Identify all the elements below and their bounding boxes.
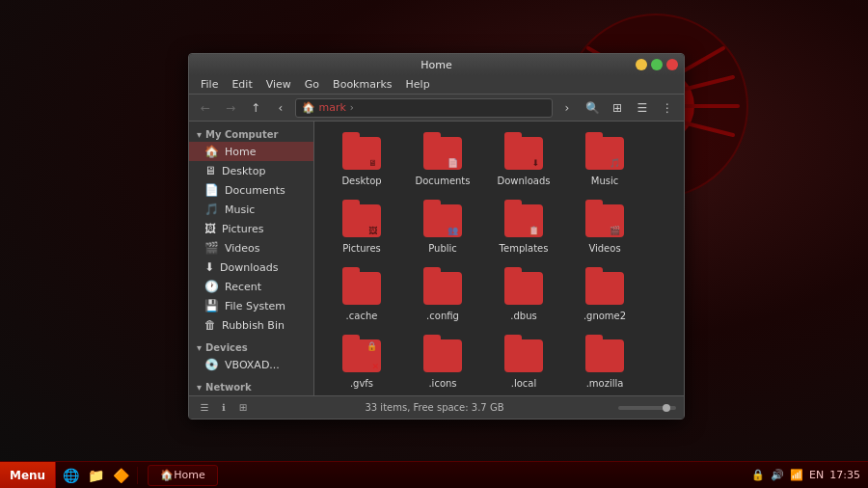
zoom-slider[interactable] [618,406,676,410]
desktop-icon: 🖥 [204,164,216,177]
file-item-public[interactable]: 👥 Public [405,199,480,260]
forward-button[interactable]: → [220,97,241,119]
file-item-documents[interactable]: 📄 Documents [405,131,480,193]
breadcrumb-home[interactable]: 🏠 mark [302,101,346,114]
prev-button[interactable]: ‹ [270,97,291,119]
file-item-mozilla[interactable]: .mozilla [567,334,642,395]
file-item-config[interactable]: .config [405,266,480,328]
breadcrumb-separator: › [350,102,354,113]
taskbar-icon-chrome[interactable]: 🌐 [60,465,81,486]
home-icon: 🏠 [204,145,219,158]
taskbar-network-icon: 📶 [790,469,803,481]
file-item-local[interactable]: .local [486,334,561,395]
folder-icon-documents: 📄 [423,137,462,172]
templates-badge-icon: 📋 [529,226,539,235]
file-item-videos[interactable]: 🎬 Videos [567,199,642,260]
rubbish-icon: 🗑 [204,318,216,332]
public-badge-icon: 👥 [448,226,458,235]
file-item-desktop[interactable]: 🖥 Desktop [324,131,399,193]
file-label-music: Music [591,176,618,187]
sidebar-label-videos: Videos [225,242,260,255]
taskbar-icon-files[interactable]: 📁 [85,465,106,486]
sidebar-item-vbox[interactable]: 💿 VBOXAD... [189,355,313,374]
taskbar-icon-vlc[interactable]: 🔶 [110,465,131,486]
menu-edit[interactable]: Edit [226,76,258,93]
menu-file[interactable]: File [195,76,224,93]
sidebar-label-vbox: VBOXAD... [225,359,280,371]
minimize-button[interactable] [636,59,647,70]
vbox-icon: 💿 [204,358,219,371]
sidebar-item-documents[interactable]: 📄 Documents [189,180,313,200]
file-item-gvfs[interactable]: 🔒 ✕ .gvfs [324,334,399,395]
file-label-documents: Documents [415,176,470,187]
file-label-pictures: Pictures [342,243,381,255]
file-grid: 🖥 Desktop 📄 Documents [314,122,684,395]
sidebar-label-filesystem: File System [225,300,285,312]
taskbar-clock: 17:35 [829,469,860,481]
statusbar-icon-grid[interactable]: ⊞ [235,400,251,416]
sidebar-item-desktop[interactable]: 🖥 Desktop [189,161,313,180]
folder-icon-templates: 📋 [504,204,543,239]
sidebar-label-downloads: Downloads [220,261,278,274]
downloads-badge-icon: ⬇ [531,158,539,168]
file-item-pictures[interactable]: 🖼 Pictures [324,199,399,260]
menu-go[interactable]: Go [299,76,325,93]
sidebar-section-header-devices[interactable]: ▾Devices [189,339,313,355]
file-item-icons[interactable]: .icons [405,334,480,395]
file-item-dbus[interactable]: .dbus [486,266,561,328]
titlebar: Home [189,54,684,75]
up-button[interactable]: ↑ [245,97,266,119]
file-label-cache: .cache [346,311,378,322]
view-icons-button[interactable]: ⊞ [607,97,628,119]
sidebar-item-home[interactable]: 🏠 Home [189,142,313,161]
view-more-button[interactable]: ⋮ [657,97,678,119]
taskbar-volume-icon[interactable]: 🔊 [771,469,784,481]
close-button[interactable] [666,59,678,70]
file-item-music[interactable]: 🎵 Music [567,131,642,193]
sidebar-item-videos[interactable]: 🎬 Videos [189,238,313,258]
recent-icon: 🕐 [204,280,219,293]
sidebar-label-recent: Recent [225,281,261,293]
file-label-local: .local [511,378,536,390]
taskbar-window-home[interactable]: 🏠 Home [148,465,217,486]
file-label-public: Public [428,243,457,255]
sidebar-section-network: ▾Network 🌐 Network [189,378,313,395]
sidebar-label-desktop: Desktop [222,165,265,177]
menu-bookmarks[interactable]: Bookmarks [327,76,397,93]
sidebar-label-music: Music [225,203,255,216]
sidebar-item-rubbish[interactable]: 🗑 Rubbish Bin [189,315,313,335]
folder-icon-cache [342,272,381,307]
folder-icon-local [504,339,543,374]
sidebar-item-music[interactable]: 🎵 Music [189,200,313,219]
maximize-button[interactable] [651,59,663,70]
sidebar-item-pictures[interactable]: 🖼 Pictures [189,219,313,238]
toolbar-view-buttons: 🔍 ⊞ ☰ ⋮ [582,97,678,119]
taskbar-right: 🔒 🔊 📶 EN 17:35 [744,469,868,481]
file-item-gnome2[interactable]: .gnome2 [567,266,642,328]
statusbar-icon-info[interactable]: ℹ [216,400,231,416]
back-button[interactable]: ← [195,97,216,119]
filesystem-icon: 💾 [204,299,219,312]
sidebar-item-recent[interactable]: 🕐 Recent [189,277,313,296]
sidebar-item-filesystem[interactable]: 💾 File System [189,296,313,315]
sidebar-section-header-mycomputer[interactable]: ▾My Computer [189,125,313,142]
taskbar-separator [137,467,138,484]
view-list-button[interactable]: ☰ [632,97,653,119]
search-button[interactable]: 🔍 [582,97,603,119]
videos-badge-icon: 🎬 [610,226,620,235]
menu-help[interactable]: Help [400,76,436,93]
window-title: Home [195,59,678,71]
taskbar-menu-button[interactable]: Menu [0,462,56,489]
file-item-templates[interactable]: 📋 Templates [486,199,561,260]
music-badge-icon: 🎵 [610,158,620,168]
sidebar-item-downloads[interactable]: ⬇ Downloads [189,258,313,277]
menu-view[interactable]: View [260,76,297,93]
statusbar-icons: ☰ ℹ ⊞ [197,400,251,416]
sidebar-label-pictures: Pictures [222,223,264,235]
file-item-downloads[interactable]: ⬇ Downloads [486,131,561,193]
file-item-cache[interactable]: .cache [324,266,399,328]
sidebar-section-header-network[interactable]: ▾Network [189,378,313,394]
statusbar-icon-list[interactable]: ☰ [197,400,212,416]
folder-icon-config [423,272,462,307]
next-button[interactable]: › [556,97,578,119]
